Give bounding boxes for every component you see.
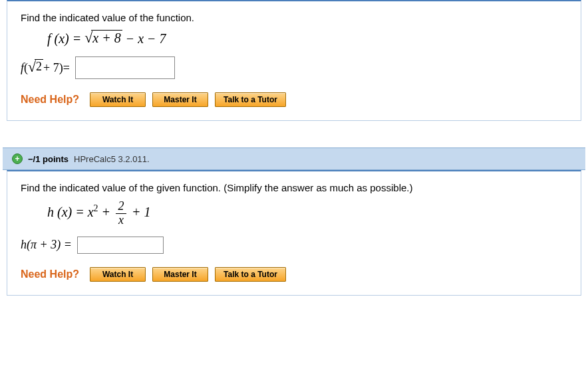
sqrt-expression: √x + 8 (84, 30, 122, 47)
need-help-label: Need Help? (21, 94, 79, 106)
question-2: Find the indicated value of the given fu… (7, 170, 581, 296)
q1-func-lhs: f (x) = (47, 31, 84, 46)
question-1-prompt: Find the indicated value of the function… (21, 12, 567, 23)
q1-func-tail: − x − 7 (122, 31, 166, 46)
sqrt-icon: √ (28, 58, 36, 76)
need-help-label: Need Help? (21, 268, 79, 280)
talk-to-tutor-button[interactable]: Talk to a Tutor (215, 92, 286, 107)
talk-to-tutor-button[interactable]: Talk to a Tutor (215, 267, 286, 282)
q1-arg-sqrt: √2 (28, 59, 43, 76)
master-it-button[interactable]: Master It (152, 92, 208, 107)
question-2-answer-input[interactable] (77, 237, 164, 254)
q2-func-tail: + 1 (128, 205, 151, 219)
question-2-prompt: Find the indicated value of the given fu… (21, 182, 567, 193)
question-1-answer-input[interactable] (75, 56, 175, 79)
fraction-denominator: x (116, 213, 126, 227)
q2-exponent: 2 (94, 203, 98, 213)
expand-icon[interactable]: + (12, 153, 23, 164)
question-2-function: h (x) = x2 + 2x + 1 (47, 200, 567, 227)
help-row-1: Need Help? Watch It Master It Talk to a … (21, 92, 567, 107)
question-reference: HPreCalc5 3.2.011. (74, 154, 149, 164)
question-1: Find the indicated value of the function… (7, 0, 581, 121)
watch-it-button[interactable]: Watch It (90, 267, 146, 282)
help-row-2: Need Help? Watch It Master It Talk to a … (21, 267, 567, 282)
q2-func-lhs: h (x) = x (47, 205, 94, 219)
question-2-answer-row: h(π + 3) = (21, 237, 567, 254)
q2-eval-prefix: h(π + 3) = (21, 238, 72, 252)
q1-eq: = (63, 61, 70, 75)
master-it-button[interactable]: Master It (152, 267, 208, 282)
fraction-numerator: 2 (118, 200, 124, 213)
sqrt-icon: √ (84, 29, 92, 47)
question-1-function: f (x) = √x + 8 − x − 7 (47, 30, 567, 47)
fraction: 2x (116, 200, 126, 227)
question-2-header: + −/1 points HPreCalc5 3.2.011. (3, 147, 585, 170)
watch-it-button[interactable]: Watch It (90, 92, 146, 107)
points-label: −/1 points (28, 154, 69, 164)
sqrt-body: x + 8 (91, 30, 122, 46)
q2-plus: + (98, 205, 114, 219)
question-1-answer-row: f ( √2 + 7 ) = (21, 56, 567, 79)
q1-arg-tail: + 7 (43, 61, 59, 75)
